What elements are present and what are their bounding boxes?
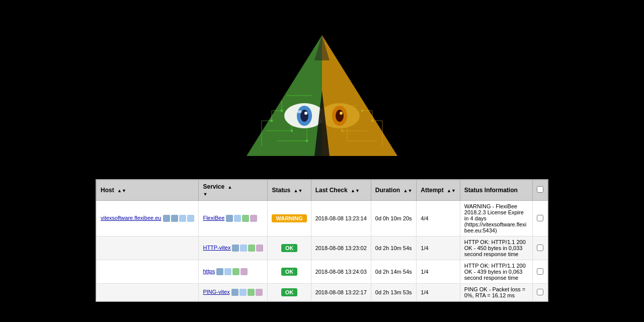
- table-row: vitexsoftware.flexibee.euFlexiBeeWARNING…: [97, 201, 548, 236]
- service-action-icon[interactable]: [216, 268, 223, 275]
- host-action-icon[interactable]: [171, 215, 178, 222]
- service-action-icon[interactable]: [240, 245, 247, 252]
- svg-point-33: [304, 112, 307, 115]
- service-name[interactable]: PING-vitex: [203, 289, 229, 295]
- col-host[interactable]: Host ▲▼: [97, 180, 199, 201]
- table-row: httpsOK2018-08-08 13:24:030d 2h 14m 54s1…: [97, 260, 548, 284]
- col-select-all[interactable]: [533, 180, 548, 201]
- cell-statusinfo: WARNING - FlexiBee 2018.2.3 License Expi…: [460, 201, 532, 236]
- cell-statusinfo: HTTP OK: HTTP/1.1 200 OK - 450 bytes in …: [460, 236, 532, 260]
- col-lastcheck[interactable]: Last Check ▲▼: [311, 180, 371, 201]
- cell-status: OK: [268, 260, 311, 284]
- svg-point-29: [361, 110, 363, 112]
- status-badge: OK: [281, 288, 298, 296]
- logo-svg: [226, 30, 418, 161]
- cell-service: HTTP-vitex: [199, 236, 268, 260]
- col-attempt[interactable]: Attempt ▲▼: [417, 180, 460, 201]
- table-row: HTTP-vitexOK2018-08-08 13:23:020d 2h 10m…: [97, 236, 548, 260]
- col-service-label: Service: [203, 183, 224, 190]
- col-duration[interactable]: Duration ▲▼: [371, 180, 417, 201]
- col-status-sort: ▲▼: [293, 188, 302, 193]
- svg-point-15: [291, 130, 293, 132]
- cell-attempt: 1/4: [417, 260, 460, 284]
- col-service-sort: ▲: [228, 185, 232, 190]
- host-name[interactable]: vitexsoftware.flexibee.eu: [101, 215, 161, 221]
- status-badge: WARNING: [272, 214, 306, 222]
- host-graph-icon[interactable]: [187, 215, 194, 222]
- col-host-label: Host: [101, 187, 114, 194]
- cell-statusinfo: PING OK - Packet loss = 0%, RTA = 16.12 …: [460, 284, 532, 301]
- cell-service: PING-vitex: [199, 284, 268, 301]
- table-header-row: Host ▲▼ Service ▲ ▼ Status ▲▼ Last Check…: [97, 180, 548, 201]
- service-action-icon[interactable]: [232, 268, 239, 275]
- svg-point-14: [271, 120, 273, 122]
- cell-host: vitexsoftware.flexibee.eu: [97, 201, 199, 236]
- svg-point-17: [306, 140, 308, 142]
- col-service[interactable]: Service ▲ ▼: [199, 180, 268, 201]
- row-checkbox[interactable]: [537, 215, 543, 221]
- svg-point-27: [371, 120, 373, 122]
- row-checkbox[interactable]: [537, 245, 543, 251]
- cell-duration: 0d 2h 14m 54s: [371, 260, 417, 284]
- cell-statusinfo: HTTP OK: HTTP/1.1 200 OK - 439 bytes in …: [460, 260, 532, 284]
- cell-host: [97, 284, 199, 301]
- status-badge: OK: [281, 244, 298, 252]
- svg-point-34: [297, 110, 302, 113]
- service-action-icon[interactable]: [232, 245, 239, 252]
- select-all-checkbox[interactable]: [537, 186, 543, 193]
- row-checkbox[interactable]: [537, 268, 543, 275]
- cell-lastcheck: 2018-08-08 13:23:02: [311, 236, 371, 260]
- svg-point-28: [341, 130, 343, 132]
- col-status[interactable]: Status ▲▼: [268, 180, 311, 201]
- col-host-sort: ▲▼: [117, 188, 126, 193]
- monitoring-table: Host ▲▼ Service ▲ ▼ Status ▲▼ Last Check…: [96, 179, 548, 302]
- service-name[interactable]: https: [203, 268, 215, 274]
- cell-service: https: [199, 260, 268, 284]
- host-graph-icon[interactable]: [179, 215, 186, 222]
- cell-service: FlexiBee: [199, 201, 268, 236]
- cell-duration: 0d 2h 13m 53s: [371, 284, 417, 301]
- host-action-icon[interactable]: [163, 215, 170, 222]
- cell-select[interactable]: [533, 201, 548, 236]
- service-action-icon[interactable]: [250, 215, 257, 222]
- cell-attempt: 1/4: [417, 284, 460, 301]
- service-action-icon[interactable]: [248, 289, 255, 296]
- row-checkbox[interactable]: [537, 289, 543, 295]
- col-attempt-sort: ▲▼: [447, 188, 456, 193]
- cell-select[interactable]: [533, 260, 548, 284]
- cell-host: [97, 260, 199, 284]
- cell-lastcheck: 2018-08-08 13:24:03: [311, 260, 371, 284]
- col-duration-label: Duration: [375, 187, 400, 194]
- service-action-icon[interactable]: [234, 215, 241, 222]
- col-lastcheck-sort: ▲▼: [351, 188, 360, 193]
- service-name[interactable]: HTTP-vitex: [203, 245, 230, 251]
- cell-select[interactable]: [533, 284, 548, 301]
- status-badge: OK: [281, 268, 298, 276]
- table-row: PING-vitexOK2018-08-08 13:22:170d 2h 13m…: [97, 284, 548, 301]
- service-action-icon[interactable]: [231, 289, 238, 296]
- col-statusinfo: Status Information: [460, 180, 532, 201]
- cell-attempt: 4/4: [417, 201, 460, 236]
- cell-select[interactable]: [533, 236, 548, 260]
- service-action-icon[interactable]: [240, 268, 248, 275]
- service-action-icon[interactable]: [239, 289, 247, 296]
- service-action-icon[interactable]: [224, 268, 231, 275]
- service-name[interactable]: FlexiBee: [203, 215, 224, 221]
- col-statusinfo-label: Status Information: [464, 187, 518, 194]
- cell-status: OK: [268, 284, 311, 301]
- cell-attempt: 1/4: [417, 236, 460, 260]
- svg-point-38: [340, 112, 343, 115]
- service-action-icon[interactable]: [256, 289, 263, 296]
- logo-container: [226, 30, 418, 161]
- service-action-icon[interactable]: [242, 215, 249, 222]
- service-action-icon[interactable]: [248, 245, 255, 252]
- col-status-label: Status: [272, 187, 290, 194]
- cell-host: [97, 236, 199, 260]
- cell-duration: 0d 0h 10m 20s: [371, 201, 417, 236]
- svg-point-16: [281, 110, 283, 112]
- cell-duration: 0d 2h 10m 54s: [371, 236, 417, 260]
- cell-lastcheck: 2018-08-08 13:23:14: [311, 201, 371, 236]
- service-action-icon[interactable]: [226, 215, 233, 222]
- service-action-icon[interactable]: [256, 245, 263, 252]
- cell-lastcheck: 2018-08-08 13:22:17: [311, 284, 371, 301]
